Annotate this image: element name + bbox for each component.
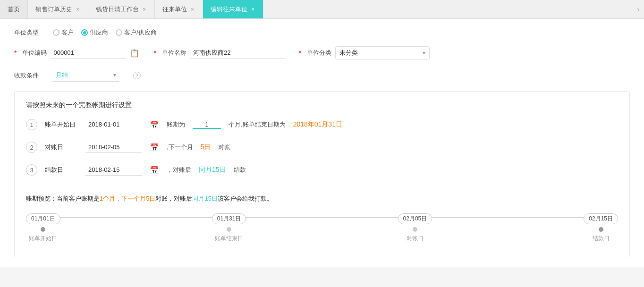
unit-name-group: * 单位名称 [153, 47, 284, 59]
step-3-calendar-icon[interactable]: 📅 [150, 166, 159, 175]
preview-part2: 下一个月5日 [121, 195, 155, 202]
payment-terms-select[interactable]: 月结 ▾ [53, 69, 119, 82]
tab-edit-partner-close[interactable]: × [250, 6, 255, 13]
step-1-calendar-icon[interactable]: 📅 [150, 120, 159, 129]
unit-type-label: 单位类型 [14, 28, 39, 37]
timeline-items: 01月01日 账单开始日 01月31日 账单结束日 02月05日 对账日 02月… [26, 213, 618, 243]
timeline: 01月01日 账单开始日 01月31日 账单结束日 02月05日 对账日 02月… [26, 206, 618, 247]
page-content: 单位类型 客户 供应商 客户/供应商 * 单位编码 📋 * 单位名称 [0, 19, 644, 267]
tab-partners[interactable]: 往来单位 × [155, 0, 203, 18]
info-box-title: 请按照未来的一个完整帐期进行设置 [26, 101, 618, 110]
timeline-badge-0: 01月01日 [26, 213, 60, 224]
step-1-date-input[interactable] [85, 119, 142, 130]
tab-edit-partner-label: 编辑往来单位 [211, 5, 247, 14]
step-2-end-text: 对账 [218, 143, 230, 152]
step-1-row: 1 账单开始日 📅 账期为 个月,账单结束日期为 2018年01月31日 [26, 119, 618, 130]
radio-customer-circle [53, 29, 59, 36]
timeline-dot-1 [227, 227, 231, 232]
radio-both-label: 客户/供应商 [124, 28, 157, 37]
timeline-point-3: 02月15日 结款日 [584, 213, 618, 243]
preview-section: 账期预览：当前客户账期是1个月，下一个月5日对账，对账后同月15日该客户会给我打… [26, 187, 618, 206]
step-1-label: 账单开始日 [45, 120, 78, 129]
step-3-end-text: 结款 [234, 166, 246, 174]
tabs-bar: 首页 销售订单历史 × 钱货日清工作台 × 往来单位 × 编辑往来单位 × › [0, 0, 644, 19]
timeline-dot-3 [599, 227, 603, 232]
unit-category-label: 单位分类 [307, 49, 331, 57]
unit-code-required: * [14, 49, 17, 57]
tab-sales-history-label: 销售订单历史 [35, 5, 72, 14]
timeline-label-2: 对账日 [407, 235, 424, 243]
timeline-badge-3: 02月15日 [584, 213, 618, 224]
preview-part3: 同月15日 [192, 195, 217, 202]
timeline-point-2: 02月05日 对账日 [398, 213, 432, 243]
step-1-mid-text: 账期为 [167, 120, 185, 129]
tab-edit-partner[interactable]: 编辑往来单位 × [203, 0, 263, 18]
unit-code-input[interactable] [51, 47, 126, 59]
step-2-suffix-text: ,下一个月 [167, 143, 193, 152]
timeline-badge-2: 02月05日 [398, 213, 432, 224]
radio-supplier-circle [81, 29, 88, 36]
step-2-row: 2 对账日 📅 ,下一个月5日 对账 [26, 142, 618, 153]
step-3-number: 3 [26, 164, 37, 176]
tab-cash-work-label: 钱货日清工作台 [96, 5, 139, 14]
payment-terms-row: 收款条件 月结 ▾ ? [14, 69, 630, 82]
timeline-label-0: 账单开始日 [29, 235, 57, 243]
unit-type-row: 单位类型 客户 供应商 客户/供应商 [14, 28, 630, 37]
arrow-right-icon: › [637, 6, 639, 13]
unit-code-icon[interactable]: 📋 [130, 49, 139, 58]
unit-info-row: * 单位编码 📋 * 单位名称 * 单位分类 未分类 ▾ [14, 46, 630, 59]
preview-label: 账期预览：当前客户账期是 [26, 195, 100, 202]
category-chevron-icon: ▾ [423, 50, 425, 56]
payment-terms-value: 月结 [56, 71, 111, 79]
step-1-number: 1 [26, 119, 37, 130]
tab-home-label: 首页 [8, 5, 20, 14]
tab-partners-label: 往来单位 [162, 5, 187, 14]
payment-chevron-icon: ▾ [113, 72, 116, 78]
tab-home[interactable]: 首页 [0, 0, 28, 18]
radio-both-circle [116, 29, 122, 36]
step-1-period-unit: 个月,账单结束日期为 [229, 120, 286, 129]
payment-help-icon[interactable]: ? [133, 72, 141, 79]
radio-supplier[interactable]: 供应商 [81, 28, 108, 37]
timeline-point-1: 01月31日 账单结束日 [212, 213, 246, 243]
tab-sales-history[interactable]: 销售订单历史 × [28, 0, 88, 18]
unit-code-label: 单位编码 [22, 49, 47, 57]
unit-category-required: * [299, 49, 301, 57]
timeline-dot-2 [413, 227, 417, 232]
step-2-date-input[interactable] [85, 142, 142, 153]
unit-name-required: * [153, 49, 156, 57]
step-3-label: 结款日 [45, 166, 78, 174]
step-1-highlight-date: 2018年01月31日 [293, 120, 342, 129]
timeline-label-1: 账单结束日 [215, 235, 243, 243]
step-3-prefix-text: ，对账后 [167, 166, 191, 174]
radio-customer[interactable]: 客户 [53, 28, 74, 37]
step-3-date-input[interactable] [85, 164, 142, 176]
timeline-point-0: 01月01日 账单开始日 [26, 213, 60, 243]
tab-cash-work[interactable]: 钱货日清工作台 × [88, 0, 155, 18]
step-2-number: 2 [26, 142, 37, 153]
step-1-period-input[interactable] [193, 121, 221, 129]
unit-category-select[interactable]: 未分类 ▾ [335, 46, 430, 59]
unit-name-input[interactable] [190, 47, 285, 59]
radio-customer-label: 客户 [61, 28, 74, 37]
unit-category-group: * 单位分类 未分类 ▾ [299, 46, 430, 59]
step-2-calendar-icon[interactable]: 📅 [150, 143, 159, 152]
preview-mid: 对账，对账后 [155, 195, 192, 202]
step-3-highlight: 同月15日 [199, 166, 226, 174]
timeline-dot-0 [41, 227, 45, 232]
tab-sales-history-close[interactable]: × [75, 6, 80, 13]
timeline-label-3: 结款日 [593, 235, 610, 243]
preview-end: 该客户会给我打款。 [218, 195, 273, 202]
tab-partners-close[interactable]: × [190, 6, 195, 13]
info-box: 请按照未来的一个完整帐期进行设置 1 账单开始日 📅 账期为 个月,账单结束日期… [14, 91, 630, 257]
step-2-highlight: 5日 [201, 143, 211, 152]
unit-name-label: 单位名称 [162, 49, 186, 57]
radio-both[interactable]: 客户/供应商 [116, 28, 157, 37]
preview-part1: 1个月， [100, 195, 121, 202]
radio-supplier-label: 供应商 [90, 28, 108, 37]
tab-cash-work-close[interactable]: × [142, 6, 147, 13]
payment-terms-label: 收款条件 [14, 71, 39, 80]
step-3-row: 3 结款日 📅 ，对账后同月15日 结款 [26, 164, 618, 176]
timeline-badge-1: 01月31日 [212, 213, 246, 224]
tabs-scroll-arrow[interactable]: › [632, 0, 644, 18]
